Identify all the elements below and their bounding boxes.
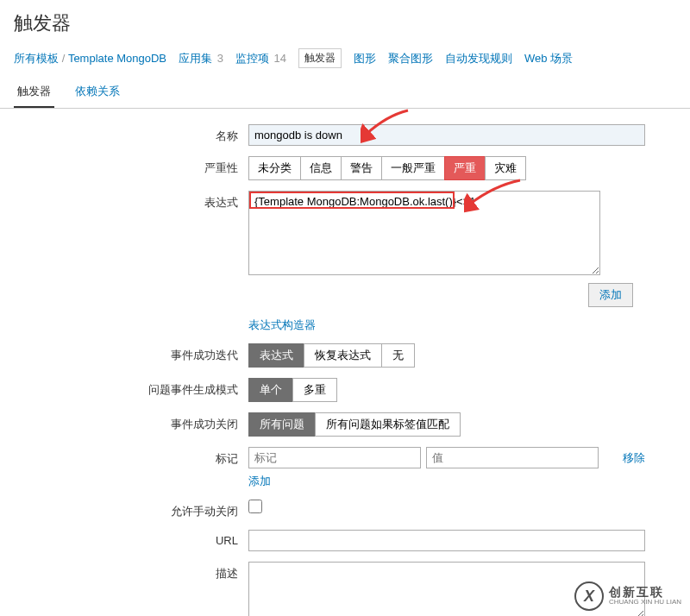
- bc-triggers[interactable]: 触发器: [298, 48, 342, 68]
- tag-remove-link[interactable]: 移除: [623, 450, 645, 466]
- okclose-all[interactable]: 所有问题: [248, 412, 316, 437]
- bc-graphs[interactable]: 图形: [354, 51, 376, 66]
- expression-textarea[interactable]: {Template MongoDB:MongoDB.ok.last()}<>1: [248, 191, 600, 275]
- severity-information[interactable]: 信息: [300, 156, 342, 180]
- problem-mode-label: 问题事件生成模式: [17, 378, 248, 398]
- okgen-expression[interactable]: 表达式: [248, 343, 304, 368]
- tab-trigger[interactable]: 触发器: [14, 79, 54, 108]
- okgen-recovery[interactable]: 恢复表达式: [304, 343, 382, 368]
- breadcrumb: 所有模板 / Template MongoDB 应用集 3 监控项 14 触发器…: [0, 43, 690, 68]
- name-input[interactable]: [248, 124, 645, 146]
- subtabs: 触发器 依赖关系: [0, 68, 690, 109]
- severity-label: 严重性: [17, 156, 248, 176]
- okclose-tagmatch[interactable]: 所有问题如果标签值匹配: [315, 412, 461, 437]
- watermark: X 创新互联 CHUANG XIN HU LIAN: [574, 581, 681, 611]
- problem-mode-multiple[interactable]: 多重: [292, 378, 337, 402]
- bc-all-templates[interactable]: 所有模板: [14, 52, 59, 65]
- expression-label: 表达式: [17, 191, 248, 211]
- manual-close-checkbox[interactable]: [248, 500, 262, 513]
- severity-group: 未分类 信息 警告 一般严重 严重 灾难: [248, 156, 526, 180]
- watermark-en: CHUANG XIN HU LIAN: [609, 599, 681, 607]
- desc-label: 描述: [17, 562, 248, 581]
- problem-mode-group: 单个 多重: [248, 378, 337, 402]
- watermark-logo-icon: X: [574, 581, 604, 611]
- tags-label: 标记: [17, 447, 248, 467]
- severity-not-classified[interactable]: 未分类: [248, 156, 301, 180]
- okclose-group: 所有问题 所有问题如果标签值匹配: [248, 412, 461, 437]
- manual-close-label: 允许手动关闭: [17, 500, 248, 519]
- severity-average[interactable]: 一般严重: [381, 156, 445, 180]
- url-label: URL: [17, 530, 248, 547]
- bc-apps-count: 3: [217, 52, 223, 65]
- okgen-group: 表达式 恢复表达式 无: [248, 343, 415, 368]
- severity-warning[interactable]: 警告: [341, 156, 382, 180]
- bc-items-count: 14: [274, 52, 286, 65]
- tab-dependencies[interactable]: 依赖关系: [72, 79, 123, 108]
- bc-apps[interactable]: 应用集: [179, 52, 212, 65]
- tag-add-link[interactable]: 添加: [248, 474, 673, 489]
- tag-name-input[interactable]: [248, 447, 421, 468]
- okgen-label: 事件成功迭代: [17, 343, 248, 363]
- watermark-cn: 创新互联: [609, 586, 681, 599]
- problem-mode-single[interactable]: 单个: [248, 378, 293, 402]
- expression-add-button[interactable]: 添加: [588, 283, 633, 307]
- severity-high[interactable]: 严重: [444, 156, 486, 180]
- expression-builder-link[interactable]: 表达式构造器: [248, 317, 316, 333]
- bc-items[interactable]: 监控项: [235, 52, 269, 65]
- bc-discovery[interactable]: 自动发现规则: [445, 51, 512, 66]
- severity-disaster[interactable]: 灾难: [485, 156, 526, 180]
- okgen-none[interactable]: 无: [381, 343, 415, 368]
- page-title: 触发器: [14, 10, 676, 36]
- okclose-label: 事件成功关闭: [17, 412, 248, 432]
- url-input[interactable]: [248, 530, 645, 551]
- bc-screens[interactable]: 聚合图形: [388, 51, 433, 66]
- name-label: 名称: [17, 124, 248, 144]
- bc-web[interactable]: Web 场景: [524, 51, 573, 66]
- bc-template[interactable]: Template MongoDB: [68, 52, 166, 65]
- tag-value-input[interactable]: [426, 447, 599, 468]
